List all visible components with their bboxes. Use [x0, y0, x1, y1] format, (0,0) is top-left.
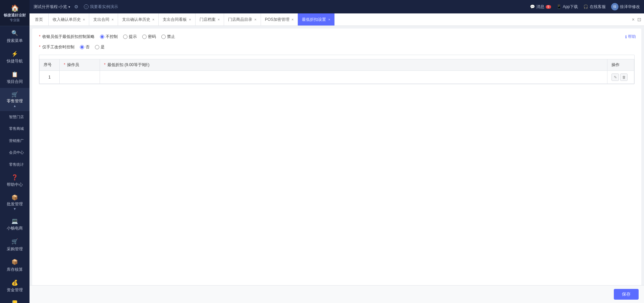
- topbar-settings-button[interactable]: ⚙: [74, 4, 78, 9]
- search-icon: 🔍: [2, 30, 28, 37]
- radio-password-input[interactable]: [142, 35, 147, 39]
- topbar-messages-label: 消息: [536, 4, 544, 10]
- tab-payment-confirm-history-label: 支出确认单历史: [122, 17, 150, 22]
- form-row-1: * 收银员低于最低折扣控制策略 不控制 提示 密码: [39, 34, 635, 40]
- tab-min-discount-label: 最低折扣设置: [302, 17, 326, 22]
- radio-group-2: 否 是: [80, 44, 105, 50]
- tab-payment-confirm-history[interactable]: 支出确认单历史 ×: [118, 13, 159, 26]
- tab-pos-encryption-close-icon[interactable]: ×: [291, 17, 293, 21]
- app-icon: 📱: [556, 4, 561, 9]
- table-header-row: 序号 * 操作员 * 最低折扣 (9.00等于9折) 操作: [40, 59, 634, 71]
- topbar-user-button[interactable]: 徐 徐泽华修改: [611, 3, 640, 10]
- sidebar-item-finance[interactable]: 💰 资金管理: [0, 276, 30, 296]
- smart-store-label: 智慧门店: [9, 115, 24, 119]
- tabs-close-icon[interactable]: ×: [632, 17, 635, 22]
- member-label: 会员中心: [9, 150, 24, 154]
- logo-title: 畅捷通好业财: [2, 13, 28, 18]
- tab-home[interactable]: 首页: [30, 13, 49, 26]
- radio-yes-input[interactable]: [95, 45, 99, 49]
- sidebar-item-wholesale[interactable]: 📦 批发管理 ▼: [0, 191, 30, 214]
- sidebar-item-label: 快捷导航: [7, 59, 23, 63]
- logo-icon: 🏠: [2, 3, 28, 13]
- messages-badge: 9: [546, 5, 551, 9]
- tab-store-archive[interactable]: 门店档案 ×: [196, 13, 224, 26]
- radio-yes[interactable]: 是: [95, 44, 105, 50]
- sidebar-item-inventory[interactable]: 📦 库存核算: [0, 255, 30, 275]
- help-link-label: 帮助: [628, 34, 636, 40]
- sidebar-item-member[interactable]: 会员中心: [0, 147, 30, 158]
- tab-store-product-catalog[interactable]: 门店商品目录 ×: [224, 13, 261, 26]
- form-row-2: * 仅手工改价时控制 否 是: [39, 44, 635, 50]
- tab-payment-contract-board-close-icon[interactable]: ×: [189, 17, 191, 21]
- radio-group-1: 不控制 提示 密码 禁止: [100, 34, 175, 40]
- message-icon: 💬: [530, 4, 535, 9]
- radio-forbid[interactable]: 禁止: [161, 34, 175, 40]
- sidebar-item-purchase[interactable]: 🛒 采购管理: [0, 235, 30, 255]
- topbar-support-label: 在线客服: [590, 4, 606, 10]
- table-cell-operator: [60, 71, 100, 84]
- radio-forbid-input[interactable]: [161, 35, 166, 39]
- sidebar-item-retail-mall[interactable]: 零售商城: [0, 123, 30, 135]
- tab-payment-contract-close-icon[interactable]: ×: [111, 17, 113, 21]
- sidebar-item-retail[interactable]: 🛒 零售管理 ▲: [0, 88, 30, 111]
- edit-button[interactable]: ✎: [611, 73, 619, 81]
- topbar-app-download[interactable]: 📱 App下载: [556, 4, 578, 10]
- help-circle-icon: ℹ: [625, 35, 627, 39]
- tab-payment-contract-board-label: 支出合同看板: [163, 17, 187, 22]
- radio-password[interactable]: 密码: [142, 34, 156, 40]
- col-header-actions: 操作: [607, 59, 634, 71]
- topbar-support-button[interactable]: 🎧 在线客服: [583, 4, 606, 10]
- topbar: 测试分开项程-小览 ▾ ⚙ ○ 我要看实例演示 💬 消息 9 📱 App下载 🎧…: [30, 0, 644, 13]
- form-label-2: * 仅手工改价时控制: [39, 44, 74, 50]
- help-link[interactable]: ℹ 帮助: [625, 34, 636, 40]
- tab-store-archive-label: 门店档案: [200, 17, 216, 22]
- sidebar-item-contract[interactable]: 📋 项目合同: [0, 67, 30, 88]
- quicknav-icon: ⚡: [2, 50, 28, 58]
- topbar-project[interactable]: 测试分开项程-小览 ▾: [34, 4, 70, 10]
- radio-no-control-input[interactable]: [100, 35, 104, 39]
- marketing-label: 营销推广: [9, 139, 24, 143]
- sidebar-item-label: 采购管理: [7, 247, 23, 251]
- inventory-icon: 📦: [2, 258, 28, 266]
- delete-button[interactable]: 🗑: [620, 73, 628, 81]
- tab-store-product-catalog-label: 门店商品目录: [228, 17, 252, 22]
- tabs-more-icon[interactable]: ⊡: [637, 17, 641, 22]
- tab-pos-encryption[interactable]: POS加密管理 ×: [261, 13, 298, 26]
- discount-table: 序号 * 操作员 * 最低折扣 (9.00等于9折) 操作: [39, 59, 634, 84]
- settings-icon: ⚙: [74, 4, 78, 9]
- retail-arrow-icon: ▲: [13, 104, 16, 108]
- tab-store-archive-close-icon[interactable]: ×: [218, 17, 220, 21]
- tab-payment-contract[interactable]: 支出合同 ×: [89, 13, 118, 26]
- radio-tip-label: 提示: [129, 34, 137, 40]
- radio-no-control[interactable]: 不控制: [100, 34, 118, 40]
- tab-store-product-catalog-close-icon[interactable]: ×: [254, 17, 256, 21]
- radio-no[interactable]: 否: [80, 44, 90, 50]
- tab-min-discount[interactable]: 最低折扣设置 ×: [298, 13, 334, 26]
- sidebar-item-search[interactable]: 🔍 搜索菜单: [0, 26, 30, 47]
- radio-tip[interactable]: 提示: [123, 34, 137, 40]
- radio-tip-input[interactable]: [123, 35, 127, 39]
- sidebar-item-smart-store[interactable]: 智慧门店: [0, 111, 30, 123]
- topbar-demo-button[interactable]: ○ 我要看实例演示: [84, 4, 118, 10]
- radio-no-input[interactable]: [80, 45, 84, 49]
- tab-payment-confirm-history-close-icon[interactable]: ×: [152, 17, 154, 21]
- tab-income-history[interactable]: 收入确认单历史 ×: [49, 13, 89, 26]
- sidebar-item-retail-stat[interactable]: 零售统计: [0, 159, 30, 170]
- tab-income-history-close-icon[interactable]: ×: [83, 17, 85, 21]
- topbar-messages-button[interactable]: 💬 消息 9: [530, 4, 551, 10]
- sidebar-item-help[interactable]: ❓ 帮助中心: [0, 170, 30, 191]
- retail-mall-label: 零售商城: [9, 127, 24, 131]
- tab-payment-contract-board[interactable]: 支出合同看板 ×: [159, 13, 195, 26]
- sidebar-item-quicknav[interactable]: ⚡ 快捷导航: [0, 47, 30, 67]
- wholesale-icon: 📦: [11, 194, 18, 201]
- sidebar-item-ledger[interactable]: 📒 总账管理: [0, 296, 30, 303]
- topbar-project-arrow-icon: ▾: [68, 5, 70, 9]
- save-button[interactable]: 保存: [614, 289, 639, 300]
- sidebar-item-ecommerce[interactable]: 💻 小畅电商: [0, 214, 30, 235]
- sidebar-item-marketing[interactable]: 营销推广: [0, 135, 30, 147]
- topbar-right: 💬 消息 9 📱 App下载 🎧 在线客服 徐 徐泽华修改: [530, 3, 640, 10]
- tab-min-discount-close-icon[interactable]: ×: [328, 17, 330, 21]
- table-cell-seq: 1: [40, 71, 60, 84]
- radio-no-control-label: 不控制: [106, 34, 118, 40]
- form-label-1: * 收银员低于最低折扣控制策略: [39, 34, 95, 40]
